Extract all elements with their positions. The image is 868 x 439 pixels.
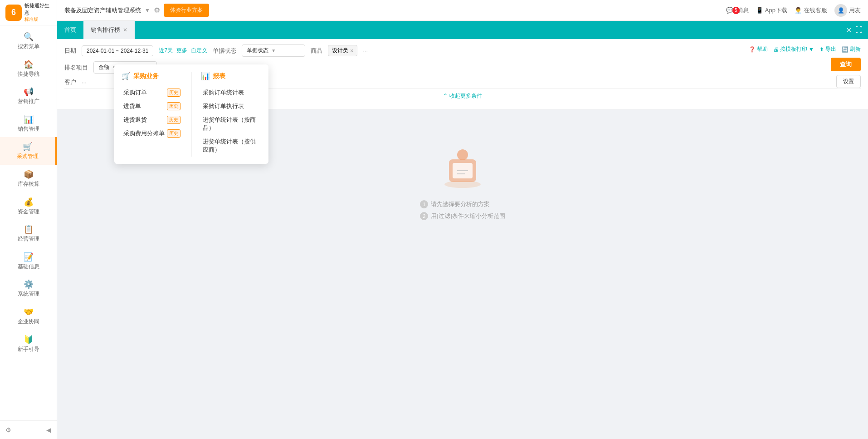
sidebar-item-sales[interactable]: 📊 销售管理 bbox=[0, 110, 57, 138]
sidebar-item-purchase[interactable]: 🛒 采购管理 bbox=[0, 137, 57, 165]
dropdown-goods-return[interactable]: 进货退货 历史 bbox=[122, 113, 182, 127]
industry-btn[interactable]: 体验行业方案 bbox=[164, 4, 209, 17]
message-badge: 5 bbox=[732, 7, 740, 14]
dropdown-overlay: 🛒 采购业务 采购订单 历史 进货单 历史 进货退货 bbox=[114, 64, 268, 164]
system-icon: ⚙️ bbox=[24, 279, 34, 289]
sidebar-item-guide[interactable]: 🔰 新手引导 bbox=[0, 330, 57, 358]
dropdown-goods-receipt[interactable]: 进货单 历史 bbox=[122, 99, 182, 113]
sidebar-item-operations[interactable]: 📋 经营管理 bbox=[0, 220, 57, 247]
marketing-icon: 📢 bbox=[24, 87, 34, 97]
sidebar-item-marketing[interactable]: 📢 营销推广 bbox=[0, 82, 57, 110]
empty-text-list: 1 请先选择要分析的方案 2 用[过滤]条件来缩小分析范围 bbox=[420, 200, 505, 224]
customer-label: 客户 bbox=[64, 78, 76, 86]
goods-tag: 设计类 × bbox=[328, 45, 357, 56]
topbar-dropdown-arrow[interactable]: ▼ bbox=[145, 7, 150, 14]
message-item[interactable]: 💬 5 消息 bbox=[726, 6, 749, 15]
sidebar-settings-button[interactable]: ⚙ bbox=[5, 426, 11, 434]
tabbar: 首页 销售排行榜 ✕ ✕ ⛶ bbox=[57, 21, 868, 39]
export-button[interactable]: ⬆ 导出 bbox=[819, 45, 836, 53]
user-label: 用友 bbox=[849, 6, 861, 15]
main-content: 装备及固定资产辅助管理系统 ▼ ⚙ 体验行业方案 💬 5 消息 📱 App下载 bbox=[57, 0, 868, 439]
export-icon: ⬆ bbox=[819, 46, 824, 53]
date-label: 日期 bbox=[64, 47, 76, 55]
svg-point-3 bbox=[457, 149, 468, 160]
sidebar-collapse-button[interactable]: ◀ bbox=[46, 426, 51, 434]
date-range-input[interactable]: 2024-01-01 ~ 2024-12-31 bbox=[82, 45, 153, 56]
tab-sales-ranking[interactable]: 销售排行榜 ✕ bbox=[83, 21, 135, 39]
dropdown-po-summary[interactable]: 采购订单统计表 bbox=[201, 86, 262, 99]
empty-number-2: 2 bbox=[420, 212, 428, 220]
online-service-label: 在线客服 bbox=[804, 6, 827, 15]
date-shortcut-more[interactable]: 更多 bbox=[176, 47, 187, 54]
tab-home-label: 首页 bbox=[64, 26, 76, 34]
sidebar-footer: ⚙ ◀ bbox=[0, 420, 57, 439]
dropdown-receipt-by-goods[interactable]: 进货单统计表（按商品） bbox=[201, 113, 262, 135]
customer-more-btn[interactable]: ··· bbox=[82, 79, 87, 86]
date-shortcut-custom[interactable]: 自定义 bbox=[191, 47, 207, 54]
sidebar-item-search[interactable]: 🔍 搜索菜单 bbox=[0, 27, 57, 55]
goods-tag-close[interactable]: × bbox=[350, 48, 353, 54]
goods-more-btn[interactable]: ··· bbox=[363, 47, 368, 54]
enterprise-icon: 🤝 bbox=[24, 307, 34, 317]
status-select-value: 单据状态 bbox=[247, 47, 268, 54]
sidebar-item-inventory[interactable]: 📦 库存核算 bbox=[0, 165, 57, 192]
tab-close-all-button[interactable]: ✕ bbox=[846, 26, 852, 35]
user-item[interactable]: 👤 用友 bbox=[834, 4, 861, 17]
dropdown-receipt-by-supplier[interactable]: 进货单统计表（按供应商） bbox=[201, 135, 262, 157]
sales-icon: 📊 bbox=[24, 114, 34, 124]
logo-text: 畅捷通好生意 标准版 bbox=[24, 2, 51, 23]
print-arrow: ▼ bbox=[809, 46, 814, 53]
finance-icon: 💰 bbox=[24, 197, 34, 207]
tab-maximize-button[interactable]: ⛶ bbox=[855, 26, 863, 34]
purchase-menu-icon: 🛒 bbox=[122, 72, 131, 80]
app-download-item[interactable]: 📱 App下载 bbox=[756, 6, 787, 15]
sidebar-item-finance[interactable]: 💰 资金管理 bbox=[0, 192, 57, 220]
filter-row-date: 日期 2024-01-01 ~ 2024-12-31 近7天 更多 自定义 单据… bbox=[64, 44, 743, 57]
goods-label: 商品 bbox=[311, 47, 322, 55]
tabbar-actions: ✕ ⛶ bbox=[846, 26, 868, 35]
dropdown-purchase-title: 🛒 采购业务 bbox=[122, 72, 182, 80]
sidebar-item-enterprise[interactable]: 🤝 企业协同 bbox=[0, 302, 57, 330]
history-badge-1: 历史 bbox=[167, 102, 180, 110]
rank-select-value: 金额 bbox=[98, 64, 109, 71]
date-shortcuts: 近7天 更多 自定义 bbox=[159, 47, 207, 54]
sidebar-item-quick-nav[interactable]: 🏠 快捷导航 bbox=[0, 55, 57, 83]
dropdown-divider bbox=[191, 72, 192, 157]
sidebar: 6 畅捷通好生意 标准版 🔍 搜索菜单 🏠 快捷导航 📢 营销推广 📊 bbox=[0, 0, 57, 439]
refresh-button[interactable]: 🔄 刷新 bbox=[842, 45, 861, 53]
dropdown-purchase-cost[interactable]: 采购费用分摊单 历史 bbox=[122, 127, 182, 140]
tab-home[interactable]: 首页 bbox=[57, 21, 83, 39]
sidebar-item-basic-info[interactable]: 📝 基础信息 bbox=[0, 247, 57, 275]
inventory-icon: 📦 bbox=[24, 169, 34, 179]
date-shortcut-7days[interactable]: 近7天 bbox=[159, 47, 173, 54]
home-icon: 🏠 bbox=[24, 59, 34, 69]
report-menu-icon: 📊 bbox=[201, 72, 210, 80]
sidebar-item-system[interactable]: ⚙️ 系统管理 bbox=[0, 275, 57, 302]
empty-hint-2: 2 用[过滤]条件来缩小分析范围 bbox=[420, 212, 505, 220]
history-badge-0: 历史 bbox=[167, 89, 180, 97]
empty-illustration bbox=[435, 146, 490, 191]
topbar: 装备及固定资产辅助管理系统 ▼ ⚙ 体验行业方案 💬 5 消息 📱 App下载 bbox=[57, 0, 868, 21]
history-badge-3: 历史 bbox=[167, 129, 180, 138]
topbar-settings-icon[interactable]: ⚙ bbox=[154, 6, 160, 15]
topbar-right: 💬 5 消息 📱 App下载 👨‍💼 在线客服 👤 用友 bbox=[726, 4, 861, 17]
dropdown-purchase-order[interactable]: 采购订单 历史 bbox=[122, 86, 182, 99]
query-button[interactable]: 查询 bbox=[831, 58, 861, 71]
status-select-arrow: ▼ bbox=[271, 48, 276, 53]
status-select[interactable]: 单据状态 ▼ bbox=[242, 44, 305, 57]
help-button[interactable]: ❓ 帮助 bbox=[749, 45, 768, 53]
print-button[interactable]: 🖨 按模板打印 ▼ bbox=[773, 45, 814, 53]
filter-settings-button[interactable]: 设置 bbox=[836, 75, 861, 88]
basic-info-icon: 📝 bbox=[24, 252, 34, 262]
content-area: 日期 2024-01-01 ~ 2024-12-31 近7天 更多 自定义 单据… bbox=[57, 39, 868, 439]
sidebar-nav: 🔍 搜索菜单 🏠 快捷导航 📢 营销推广 📊 销售管理 🛒 采购管理 📦 bbox=[0, 25, 57, 420]
help-icon: ❓ bbox=[749, 46, 756, 53]
tab-sales-ranking-close[interactable]: ✕ bbox=[123, 27, 127, 33]
user-avatar: 👤 bbox=[834, 4, 847, 17]
search-icon: 🔍 bbox=[24, 32, 34, 42]
dropdown-report-title: 📊 报表 bbox=[201, 72, 262, 80]
online-service-item[interactable]: 👨‍💼 在线客服 bbox=[795, 6, 827, 15]
dropdown-po-execution[interactable]: 采购订单执行表 bbox=[201, 99, 262, 113]
print-icon: 🖨 bbox=[773, 46, 779, 53]
goods-tag-value: 设计类 bbox=[332, 47, 348, 54]
